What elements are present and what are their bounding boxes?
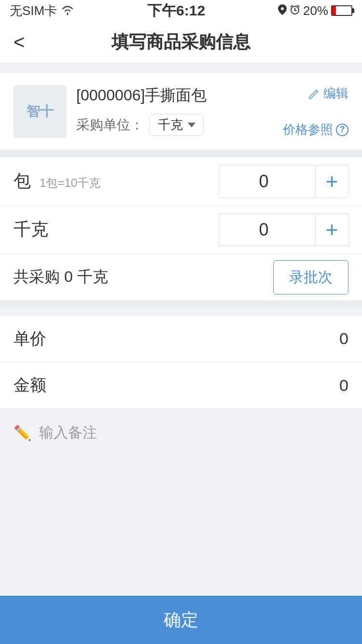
status-right: 20% — [278, 3, 352, 18]
back-button[interactable]: < — [14, 31, 25, 53]
status-bar: 无SIM卡 下午6:12 20% — [0, 0, 362, 21]
nav-bar: < 填写商品采购信息 — [0, 21, 362, 64]
qty-input-wrap-bao: + — [219, 165, 348, 198]
product-logo: 智十 — [27, 102, 54, 121]
price-ref-button[interactable]: 价格参照 ? — [283, 121, 348, 138]
remark-placeholder: 输入备注 — [39, 423, 97, 443]
alarm-icon — [290, 3, 300, 18]
qty-label-bao: 包 1包=10千克 — [14, 169, 219, 193]
qty-row-kg: 千克 + — [0, 206, 362, 254]
price-label-amount: 金额 — [14, 374, 46, 396]
unit-selector[interactable]: 千克 — [150, 114, 204, 136]
carrier-label: 无SIM卡 — [10, 2, 57, 19]
qty-row-bao: 包 1包=10千克 + — [0, 157, 362, 206]
qty-input-wrap-kg: + — [219, 213, 348, 246]
summary-row: 共采购 0 千克 录批次 — [0, 254, 362, 300]
product-card: 智十 [0000006]手撕面包 采购单位： 千克 编辑 价格参照 ? — [0, 73, 362, 150]
qty-sublabel-bao: 1包=10千克 — [40, 176, 100, 189]
qty-input-kg[interactable] — [219, 213, 316, 246]
status-left: 无SIM卡 — [10, 2, 74, 19]
summary-text: 共采购 0 千克 — [14, 266, 108, 288]
battery-icon — [331, 5, 352, 16]
battery-label: 20% — [303, 3, 328, 18]
qty-input-bao[interactable] — [219, 165, 316, 198]
price-value-unit: 0 — [339, 329, 348, 348]
price-label-unit: 单价 — [14, 328, 46, 350]
product-image: 智十 — [14, 85, 67, 138]
chevron-down-icon — [188, 123, 195, 127]
price-row-unit: 单价 0 — [0, 316, 362, 362]
section-divider-1 — [0, 150, 362, 157]
location-icon — [278, 3, 287, 18]
qty-section: 包 1包=10千克 + 千克 + — [0, 157, 362, 254]
price-row-amount: 金额 0 — [0, 362, 362, 408]
pencil-icon: ✏️ — [14, 424, 31, 441]
confirm-button[interactable]: 确定 — [0, 596, 362, 644]
remark-section[interactable]: ✏️ 输入备注 — [0, 409, 362, 456]
edit-button[interactable]: 编辑 — [308, 85, 348, 102]
unit-label: 采购单位： — [76, 116, 144, 134]
qty-plus-bao[interactable]: + — [316, 165, 348, 198]
qty-plus-kg[interactable]: + — [316, 213, 348, 246]
price-value-amount: 0 — [339, 376, 348, 395]
info-icon: ? — [336, 124, 348, 136]
page-title: 填写商品采购信息 — [111, 30, 251, 54]
section-divider-2 — [0, 300, 362, 308]
qty-label-kg: 千克 — [14, 218, 219, 241]
status-time: 下午6:12 — [147, 1, 205, 21]
wifi-icon — [61, 3, 74, 18]
batch-button[interactable]: 录批次 — [273, 260, 348, 294]
price-section: 单价 0 金额 0 — [0, 316, 362, 408]
